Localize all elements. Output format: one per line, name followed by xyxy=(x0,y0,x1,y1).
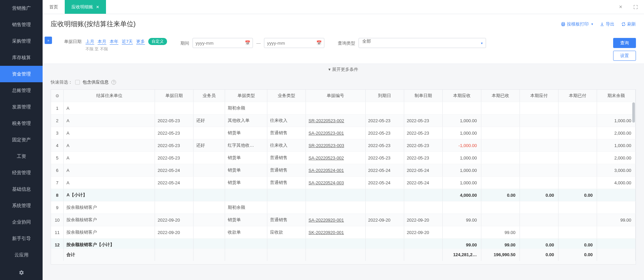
sidebar-item-8[interactable]: 固定资产 xyxy=(0,132,43,148)
quick-last7[interactable]: 近7天 xyxy=(122,39,133,45)
sidebar-item-15[interactable]: 云应用 xyxy=(0,247,43,263)
print-button[interactable]: 按模板打印 xyxy=(561,21,593,27)
table-row[interactable]: 6A2022-05-24销货单普通销售SA-20220524-0012022-0… xyxy=(51,164,636,177)
col-header[interactable]: 期末余额 xyxy=(597,90,635,102)
bal-cell: 1,000.00 xyxy=(597,139,635,152)
docno-link[interactable]: SR-20220523-003 xyxy=(306,139,365,152)
tab-ar-detail[interactable]: 应收明细账 ✕ xyxy=(65,0,106,14)
date-cell: 2022-09-20 xyxy=(155,214,194,226)
sidebar-item-12[interactable]: 系统管理 xyxy=(0,197,43,214)
query-type-select[interactable]: 全部 xyxy=(359,38,486,48)
horizontal-scrollbar[interactable] xyxy=(51,261,636,264)
col-header[interactable]: 结算往来单位 xyxy=(64,90,155,102)
table-row[interactable]: 9按余额核销客户期初余额 xyxy=(51,201,636,214)
clerk-cell xyxy=(194,177,225,189)
doctype-cell: 销货单 xyxy=(225,164,267,177)
recv-cell xyxy=(442,201,481,214)
col-header[interactable]: 单据类型 xyxy=(225,90,267,102)
sidebar-item-7[interactable]: 税务管理 xyxy=(0,115,43,132)
sidebar-settings[interactable] xyxy=(0,265,43,280)
col-header[interactable]: 单据编号 xyxy=(306,90,365,102)
col-header[interactable]: 本期应收 xyxy=(442,90,481,102)
quick-last-month[interactable]: 上月 xyxy=(86,39,94,45)
filter-bar: » 单据日期 上月 本月 本年 近7天 更多 自定义 不限 至 不限 期间 xyxy=(43,34,644,63)
col-header[interactable]: 本期已收 xyxy=(481,90,520,102)
table-row[interactable]: 5A2022-05-23销货单普通销售SA-20220523-0022022-0… xyxy=(51,152,636,164)
biztype-cell xyxy=(267,189,306,201)
table-cell xyxy=(51,248,64,261)
docno-link[interactable]: SA-20220920-001 xyxy=(306,214,365,226)
docno-link[interactable]: SR-20220523-002 xyxy=(306,114,365,127)
table-row[interactable]: 11按余额核销客户2022-09-20收款单应收款SK-20220920-001… xyxy=(51,226,636,239)
sidebar-item-2[interactable]: 采购管理 xyxy=(0,33,43,49)
sidebar-item-0[interactable]: 营销推广 xyxy=(0,0,43,16)
table-cell xyxy=(155,248,194,261)
tab-home[interactable]: 首页 xyxy=(43,0,65,14)
quick-this-month[interactable]: 本月 xyxy=(98,39,106,45)
close-all-tabs[interactable]: ✕ xyxy=(614,0,627,14)
sidebar-item-9[interactable]: 工资 xyxy=(0,148,43,165)
table-row[interactable]: 7A2022-05-24销货单普通销售SA-20220524-0032022-0… xyxy=(51,177,636,189)
col-header[interactable]: 业务员 xyxy=(194,90,225,102)
table-row[interactable]: 2A2022-05-23还好其他收入单往来收入SR-20220523-00220… xyxy=(51,114,636,127)
collapse-filter-icon[interactable]: » xyxy=(45,37,52,44)
include-supply-checkbox[interactable] xyxy=(75,80,80,85)
close-icon[interactable]: ✕ xyxy=(96,5,99,9)
table-row[interactable]: 1A期初余额 xyxy=(51,102,636,114)
table-row[interactable]: 10按余额核销客户2022-09-20销货单普通销售SA-20220920-00… xyxy=(51,214,636,226)
quick-more[interactable]: 更多 xyxy=(136,39,145,45)
sidebar-item-13[interactable]: 企业协同 xyxy=(0,214,43,230)
period-from-input[interactable] xyxy=(193,38,253,48)
table-row[interactable]: 8A【小计】4,000.000.000.000.00 xyxy=(51,189,636,201)
col-header[interactable]: 到期日 xyxy=(365,90,404,102)
clerk-cell xyxy=(194,226,225,239)
paid-cell xyxy=(558,164,597,177)
sidebar-item-6[interactable]: 发票管理 xyxy=(0,99,43,115)
refresh-button[interactable]: 刷新 xyxy=(621,21,636,27)
settings-button[interactable]: 设置 xyxy=(613,51,636,61)
fullscreen-icon[interactable] xyxy=(627,0,644,14)
docno-link[interactable]: SA-20220523-001 xyxy=(306,127,365,139)
col-header[interactable]: 业务类型 xyxy=(267,90,306,102)
recd-cell xyxy=(481,201,520,214)
row-index: 3 xyxy=(51,127,64,139)
paid-cell xyxy=(558,214,597,226)
quick-this-year[interactable]: 本年 xyxy=(110,39,118,45)
date-cell: 2022-05-23 xyxy=(155,127,194,139)
docno-link[interactable] xyxy=(306,189,365,201)
recd-cell: 99.00 xyxy=(481,226,520,239)
sidebar-item-3[interactable]: 库存核算 xyxy=(0,49,43,66)
sidebar-item-1[interactable]: 销售管理 xyxy=(0,16,43,33)
table-row[interactable]: 4A2022-05-23还好红字其他收…往来收入SR-20220523-0032… xyxy=(51,139,636,152)
sidebar-item-5[interactable]: 总账管理 xyxy=(0,82,43,99)
help-icon[interactable]: ? xyxy=(111,80,116,85)
quick-custom[interactable]: 自定义 xyxy=(148,38,167,45)
recd-cell xyxy=(481,139,520,152)
export-button[interactable]: 导出 xyxy=(600,21,614,27)
table-row[interactable]: 3A2022-05-23销货单普通销售SA-20220523-0012022-0… xyxy=(51,127,636,139)
docno-link[interactable]: SK-20220920-001 xyxy=(306,226,365,239)
col-header[interactable]: 本期应付 xyxy=(520,90,558,102)
sidebar-item-11[interactable]: 基础信息 xyxy=(0,181,43,197)
sidebar-item-10[interactable]: 经营管理 xyxy=(0,165,43,181)
paid-cell xyxy=(558,114,597,127)
col-header[interactable]: 本期已付 xyxy=(558,90,597,102)
docno-link[interactable]: SA-20220524-001 xyxy=(306,164,365,177)
doctype-cell: 期初余额 xyxy=(225,102,267,114)
vertical-scrollbar[interactable] xyxy=(632,102,635,123)
sidebar-item-14[interactable]: 新手引导 xyxy=(0,230,43,247)
docno-link[interactable] xyxy=(306,201,365,214)
docno-link[interactable]: SA-20220524-003 xyxy=(306,177,365,189)
clerk-cell: 还好 xyxy=(194,114,225,127)
sidebar-item-4[interactable]: 资金管理 xyxy=(0,66,43,82)
expand-filters[interactable]: ▾ 展开更多条件 xyxy=(43,63,644,75)
printer-icon xyxy=(561,22,566,27)
col-header[interactable]: 制单日期 xyxy=(404,90,442,102)
query-button[interactable]: 查询 xyxy=(613,38,636,48)
col-header[interactable]: 单据日期 xyxy=(155,90,194,102)
unit-cell: A xyxy=(64,152,155,164)
docno-link[interactable]: SA-20220523-002 xyxy=(306,152,365,164)
column-settings[interactable]: ⚙ xyxy=(51,90,64,102)
docno-link[interactable] xyxy=(306,102,365,114)
period-to-input[interactable] xyxy=(264,38,324,48)
